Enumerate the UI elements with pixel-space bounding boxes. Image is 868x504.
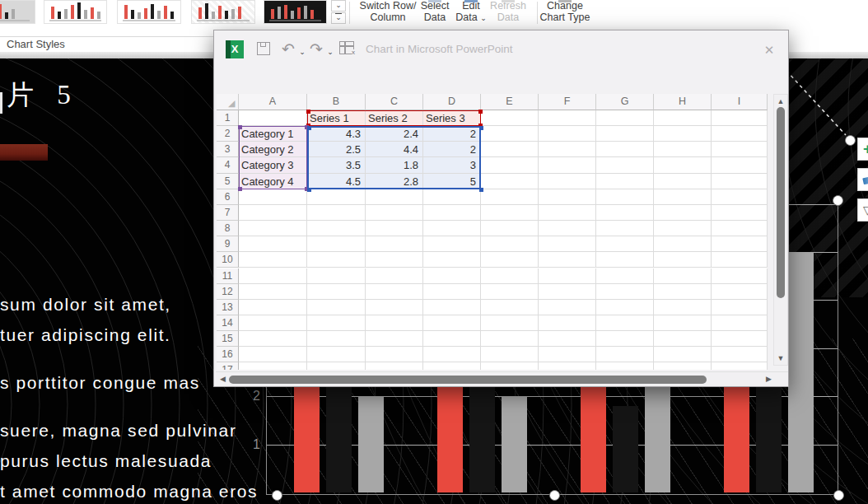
cell-A2[interactable]: Category 1 <box>239 126 307 142</box>
cell-C3[interactable]: 4.4 <box>366 142 423 157</box>
cell-D3[interactable]: 2 <box>423 142 481 157</box>
row-header-11[interactable]: 11 <box>217 268 239 284</box>
cell-C4[interactable]: 1.8 <box>366 157 423 173</box>
cell-G15[interactable] <box>596 331 654 347</box>
horizontal-scrollbar[interactable]: ◀ ▶ <box>216 371 788 386</box>
column-header-C[interactable]: C <box>366 94 423 110</box>
cell-B5[interactable]: 4.5 <box>307 174 366 189</box>
cell-I16[interactable] <box>712 347 768 362</box>
cell-A14[interactable] <box>239 315 307 331</box>
cell-F6[interactable] <box>539 189 596 205</box>
row-header-4[interactable]: 4 <box>217 157 239 173</box>
cell-C16[interactable] <box>366 347 423 362</box>
cell-B15[interactable] <box>307 331 366 347</box>
cell-C7[interactable] <box>366 205 423 221</box>
cell-B17[interactable] <box>307 362 366 370</box>
vertical-scroll-thumb[interactable] <box>777 107 785 298</box>
cell-E1[interactable] <box>481 110 539 126</box>
cell-E13[interactable] <box>481 300 539 315</box>
cell-C14[interactable] <box>366 315 423 331</box>
cell-D14[interactable] <box>423 315 481 331</box>
cell-E8[interactable] <box>481 221 539 236</box>
cell-C5[interactable]: 2.8 <box>366 174 423 189</box>
cell-E14[interactable] <box>481 315 539 331</box>
gallery-more-styles-button[interactable]: ⌄ <box>331 12 346 24</box>
cell-A1[interactable] <box>239 110 307 126</box>
cell-F2[interactable] <box>539 126 596 142</box>
cell-G5[interactable] <box>596 174 654 189</box>
cell-G6[interactable] <box>596 189 654 205</box>
cell-I4[interactable] <box>712 157 768 173</box>
row-header-5[interactable]: 5 <box>217 174 239 189</box>
cell-E11[interactable] <box>481 268 539 284</box>
cell-B9[interactable] <box>307 236 366 252</box>
cell-H16[interactable] <box>654 347 712 362</box>
cell-I1[interactable] <box>712 110 768 126</box>
cell-B11[interactable] <box>307 268 366 284</box>
cell-E15[interactable] <box>481 331 539 347</box>
cell-F16[interactable] <box>539 347 596 362</box>
cell-D4[interactable]: 3 <box>423 157 481 173</box>
cell-H2[interactable] <box>654 126 712 142</box>
cell-H15[interactable] <box>654 331 712 347</box>
cell-B16[interactable] <box>307 347 366 362</box>
cell-G14[interactable] <box>596 315 654 331</box>
cell-D11[interactable] <box>423 268 481 284</box>
row-header-2[interactable]: 2 <box>217 126 239 142</box>
cell-A5[interactable]: Category 4 <box>239 174 307 189</box>
cell-F8[interactable] <box>539 221 596 236</box>
cell-G2[interactable] <box>596 126 654 142</box>
select-data-button[interactable]: SelectData <box>416 0 454 25</box>
row-header-9[interactable]: 9 <box>217 236 239 252</box>
cell-F14[interactable] <box>539 315 596 331</box>
cell-G10[interactable] <box>596 252 654 268</box>
cell-G17[interactable] <box>596 362 654 370</box>
cell-H6[interactable] <box>654 189 712 205</box>
scroll-up-icon[interactable]: ▲ <box>774 97 787 105</box>
cell-C12[interactable] <box>366 284 423 300</box>
cell-G7[interactable] <box>596 205 654 221</box>
cell-D13[interactable] <box>423 300 481 315</box>
cell-B13[interactable] <box>307 300 366 315</box>
cell-H3[interactable] <box>654 142 712 157</box>
row-header-7[interactable]: 7 <box>217 205 239 221</box>
cell-A16[interactable] <box>239 347 307 362</box>
cell-H9[interactable] <box>654 236 712 252</box>
column-header-G[interactable]: G <box>596 94 654 110</box>
chart-style-thumbnail[interactable] <box>0 0 35 24</box>
row-header-8[interactable]: 8 <box>217 221 239 236</box>
cell-C8[interactable] <box>366 221 423 236</box>
cell-D7[interactable] <box>423 205 481 221</box>
cell-I6[interactable] <box>712 189 768 205</box>
cell-E3[interactable] <box>481 142 539 157</box>
chart-filters-button[interactable]: ▽ <box>857 198 868 222</box>
cell-I14[interactable] <box>712 315 768 331</box>
cell-G9[interactable] <box>596 236 654 252</box>
cell-A3[interactable]: Category 2 <box>239 142 307 157</box>
cell-H10[interactable] <box>654 252 712 268</box>
cell-G8[interactable] <box>596 221 654 236</box>
cell-H8[interactable] <box>654 221 712 236</box>
undo-button[interactable]: ↶ ⌄ <box>282 42 306 59</box>
switch-row-column-button[interactable]: Switch Row/Column <box>352 0 423 25</box>
cell-B10[interactable] <box>307 252 366 268</box>
horizontal-scroll-thumb[interactable] <box>229 376 707 384</box>
gallery-scroll-down-button[interactable]: ⌄ <box>331 0 346 12</box>
cell-G13[interactable] <box>596 300 654 315</box>
cell-H7[interactable] <box>654 205 712 221</box>
column-header-D[interactable]: D <box>423 94 481 110</box>
column-header-B[interactable]: B <box>307 94 366 110</box>
cell-E5[interactable] <box>481 174 539 189</box>
cell-C15[interactable] <box>366 331 423 347</box>
chart-style-thumbnail[interactable] <box>117 0 181 24</box>
cell-G3[interactable] <box>596 142 654 157</box>
cell-B14[interactable] <box>307 315 366 331</box>
cell-C10[interactable] <box>366 252 423 268</box>
cell-E4[interactable] <box>481 157 539 173</box>
row-header-17[interactable]: 17 <box>217 362 239 370</box>
chart-style-thumbnail[interactable] <box>264 0 327 24</box>
cell-G1[interactable] <box>596 110 654 126</box>
cell-H1[interactable] <box>654 110 712 126</box>
cell-F9[interactable] <box>539 236 596 252</box>
cell-A9[interactable] <box>239 236 307 252</box>
